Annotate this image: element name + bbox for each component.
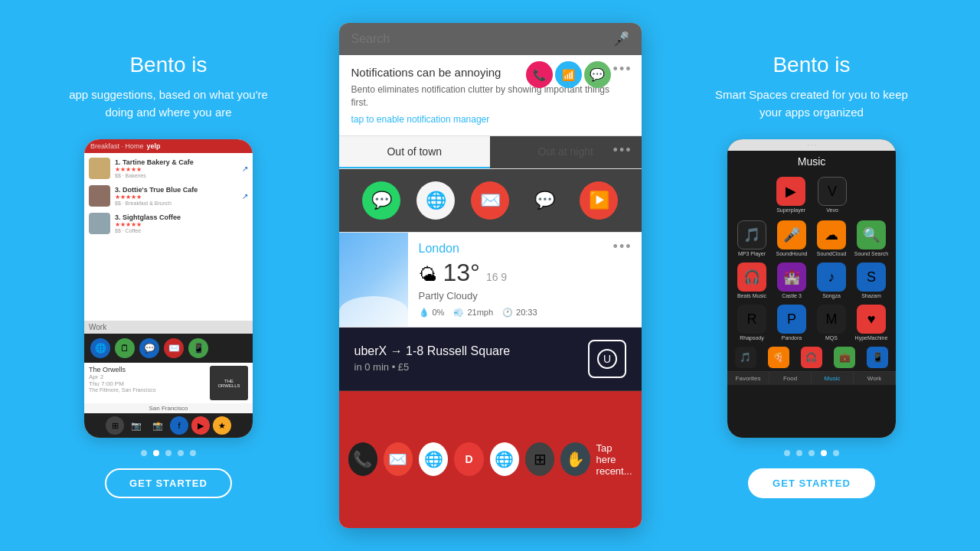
- lp-yelp-row-2: 3. Dottie's True Blue Cafe ★★★★★ $$ · Br…: [89, 185, 248, 207]
- right-dot-3[interactable]: [808, 450, 815, 456]
- rp-tab-music[interactable]: Music: [812, 372, 854, 385]
- mic-icon[interactable]: 🎤: [612, 31, 629, 47]
- left-get-started-button[interactable]: GET STARTED: [105, 468, 232, 498]
- weather-map: [339, 233, 408, 327]
- lp-facebook-icon: f: [170, 416, 188, 435]
- bottom-hand-icon[interactable]: ✋: [560, 442, 590, 476]
- hangouts-icon[interactable]: 💬: [525, 181, 564, 220]
- lp-play-icon: ▶: [191, 416, 210, 435]
- weather-card: ••• London 🌤 13° 16 9 Partly Cloudy 💧 0%: [339, 233, 642, 328]
- left-dot-1[interactable]: [141, 450, 147, 456]
- rp-tab-favorites[interactable]: Favorites: [727, 372, 769, 385]
- rp-rhapsody-icon: R: [737, 305, 766, 334]
- whatsapp-icon[interactable]: 💬: [362, 181, 400, 220]
- rp-tab-work[interactable]: Work: [854, 372, 896, 385]
- bottom-bar: 📞 ✉️ 🌐 D 🌐 ⊞ ✋ Tap here recent...: [339, 391, 642, 528]
- weather-wind: 💨 21mph: [453, 308, 493, 318]
- rp-vevo: V Vevo: [818, 177, 847, 213]
- rp-status-bar: · · ·: [727, 139, 896, 151]
- rp-small-icon-2: 🍕: [768, 347, 789, 368]
- weather-time: 🕐 20:33: [502, 308, 537, 318]
- rp-music-title: Music: [727, 151, 896, 172]
- weather-map-clouds: [339, 296, 408, 327]
- lp-whatsapp-icon: 📱: [188, 338, 208, 358]
- rp-hypemachine-icon: ♥: [857, 305, 886, 334]
- weather-desc: Partly Cloudy: [419, 290, 631, 302]
- weather-more-dots[interactable]: •••: [613, 239, 632, 255]
- lp-grid-icon: ⊞: [106, 416, 124, 435]
- rp-small-icon-3: 🎧: [801, 347, 822, 368]
- lp-gmail-icon: ✉️: [164, 338, 184, 358]
- left-dots: [141, 450, 196, 456]
- left-panel: Bento is app suggestions, based on what …: [0, 0, 337, 551]
- rp-small-icon-5: 📱: [867, 347, 888, 368]
- rp-row-3: 🎧 Beats Music 🏰 Castle 3 ♪ Songza S Shaz…: [727, 259, 896, 302]
- weather-stats: 💧 0% 💨 21mph 🕐 20:33: [419, 308, 631, 318]
- uber-route: uberX → 1-8 Russell Square: [354, 344, 511, 358]
- notif-icon-3: 💬: [584, 61, 611, 88]
- right-get-started-button[interactable]: GET STARTED: [748, 468, 875, 498]
- bottom-gmail-icon[interactable]: ✉️: [384, 442, 413, 476]
- left-dot-4[interactable]: [178, 450, 184, 456]
- chrome-icon[interactable]: 🌐: [416, 181, 455, 220]
- lp-sf-label: San Francisco: [84, 403, 253, 413]
- notif-icon-2: 📶: [555, 61, 582, 88]
- rp-shazam-icon: S: [857, 262, 886, 292]
- bottom-d-icon[interactable]: D: [454, 442, 483, 476]
- right-dots: [784, 450, 839, 456]
- rp-small-icon-4: 💼: [834, 347, 855, 368]
- right-dot-1[interactable]: [784, 450, 790, 456]
- weather-city: London: [419, 242, 631, 256]
- lp-yelp-img-3: [89, 213, 110, 234]
- rp-songza-icon: ♪: [817, 262, 846, 292]
- lp-yelp-list: 1. Tartine Bakery & Cafe ★★★★★ $$ · Bake…: [84, 153, 253, 321]
- bottom-tap-label: Tap here recent...: [596, 442, 632, 477]
- rp-row-2: 🎵 MP3 Player 🎤 SoundHound ☁ SoundCloud 🔍…: [727, 217, 896, 259]
- svg-text:U: U: [603, 353, 610, 365]
- uber-logo-icon[interactable]: U: [588, 340, 626, 378]
- lp-yelp-row-3: 3. Sightglass Coffee ★★★★★ $$ · Coffee: [89, 213, 248, 234]
- right-dot-5[interactable]: [833, 450, 839, 456]
- right-dot-4[interactable]: [821, 450, 827, 456]
- rp-soundsearch-icon: 🔍: [857, 220, 886, 249]
- tabs-card: ••• Out of town Out at night 💬 🌐 ✉️ 💬 ▶️: [339, 136, 642, 233]
- lp-evernote-icon: 🗒: [115, 338, 135, 358]
- wind-icon: 💨: [453, 308, 464, 318]
- center-panel: 🎤 ••• 📞 📶 💬 Notifications can be annoyin…: [337, 0, 643, 551]
- left-dot-5[interactable]: [190, 450, 196, 456]
- weather-sun-icon: 🌤: [419, 264, 437, 285]
- right-panel: Bento is Smart Spaces created for you to…: [643, 0, 980, 551]
- tabs-more-dots[interactable]: •••: [613, 142, 632, 158]
- left-dot-2[interactable]: [153, 450, 159, 456]
- right-dot-2[interactable]: [796, 450, 802, 456]
- search-bar: 🎤: [339, 23, 642, 55]
- lp-yelp-img-1: [89, 158, 110, 179]
- rp-tab-food[interactable]: Food: [769, 372, 812, 385]
- lp-extra-icon: ★: [213, 416, 231, 435]
- gmail-icon[interactable]: ✉️: [471, 181, 509, 220]
- bottom-chrome2-icon[interactable]: 🌐: [490, 442, 519, 476]
- clock-icon: 🕐: [502, 308, 513, 318]
- bottom-grid-icon[interactable]: ⊞: [525, 442, 554, 476]
- bottom-chrome-icon[interactable]: 🌐: [419, 442, 448, 476]
- search-input[interactable]: [351, 32, 605, 46]
- notif-more-dots[interactable]: •••: [613, 61, 632, 77]
- uber-card[interactable]: uberX → 1-8 Russell Square in 0 min • £5…: [339, 328, 642, 391]
- weather-hilo: 16 9: [486, 271, 507, 283]
- right-title: Bento is: [773, 53, 850, 77]
- left-dot-3[interactable]: [165, 450, 172, 456]
- weather-info: London 🌤 13° 16 9 Partly Cloudy 💧 0% 💨 2…: [408, 233, 642, 327]
- bottom-phone-icon[interactable]: 📞: [348, 442, 377, 476]
- center-phone: 🎤 ••• 📞 📶 💬 Notifications can be annoyin…: [339, 23, 642, 528]
- lp-work-label: Work: [84, 321, 253, 334]
- rp-pandora-icon: P: [777, 305, 806, 334]
- youtube-icon[interactable]: ▶️: [580, 181, 618, 220]
- weather-temp-row: 🌤 13° 16 9: [419, 259, 631, 287]
- rp-bottom-tabs: Favorites Food Music Work: [727, 371, 896, 385]
- left-title: Bento is: [129, 53, 207, 77]
- lp-yelp-img-2: [89, 185, 110, 207]
- tab-out-of-town[interactable]: Out of town: [339, 136, 491, 168]
- uber-info: uberX → 1-8 Russell Square in 0 min • £5: [354, 344, 511, 373]
- notification-card: ••• 📞 📶 💬 Notifications can be annoying …: [339, 55, 642, 136]
- notif-link[interactable]: tap to enable notification manager: [351, 114, 629, 125]
